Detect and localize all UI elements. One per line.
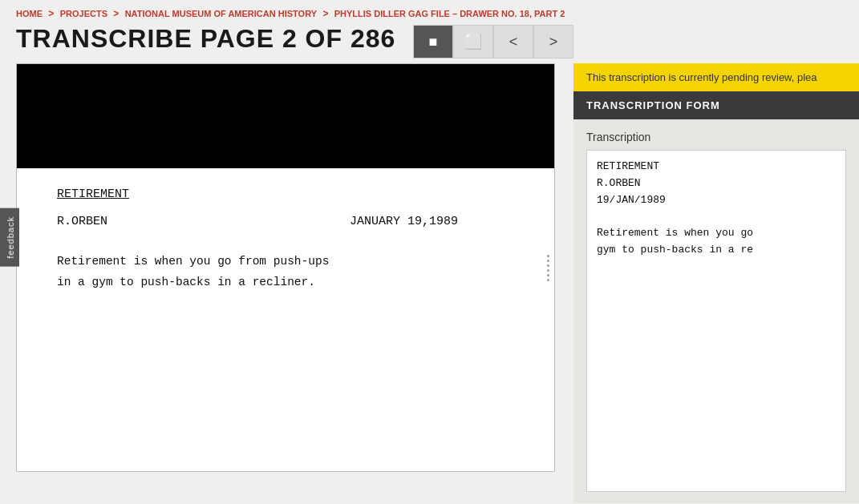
- document-date: JANUARY 19,1989: [350, 212, 458, 232]
- document-title: RETIREMENT: [57, 184, 522, 205]
- document-body: Retirement is when you go from push-ups …: [57, 251, 522, 292]
- viewer-toolbar: ■ ⬜ < >: [413, 25, 573, 58]
- view-mode-btn-2[interactable]: ⬜: [453, 25, 493, 58]
- nav-next-btn[interactable]: >: [533, 25, 573, 58]
- breadcrumb-sep-1: >: [48, 8, 56, 19]
- transcription-label: Transcription: [586, 131, 846, 143]
- breadcrumb-sep-2: >: [113, 8, 121, 19]
- breadcrumb-sep-3: >: [322, 8, 330, 19]
- form-body: Transcription RETIREMENT R.ORBEN 19/JAN/…: [573, 119, 859, 503]
- breadcrumb-museum[interactable]: NATIONAL MUSEUM OF AMERICAN HISTORY: [125, 9, 317, 18]
- right-panel: This transcription is currently pending …: [573, 63, 859, 503]
- chevron-right-icon: >: [549, 34, 558, 50]
- transcription-textarea[interactable]: RETIREMENT R.ORBEN 19/JAN/1989 Retiremen…: [586, 150, 846, 492]
- breadcrumb-home[interactable]: HOME: [16, 9, 43, 18]
- pending-review-text: This transcription is currently pending …: [586, 71, 817, 83]
- chevron-left-icon: <: [509, 34, 518, 50]
- transcription-form: TRANSCRIPTION FORM Transcription RETIREM…: [573, 91, 859, 503]
- document-frame: RETIREMENT R.ORBEN JANUARY 19,1989 Retir…: [16, 63, 555, 472]
- breadcrumb-project[interactable]: PHYLLIS DILLER GAG FILE – DRAWER NO. 18,…: [334, 9, 565, 18]
- main-layout: ■ ⬜ < > RETIREMENT R.ORBEN JANUARY 19,19…: [0, 63, 859, 503]
- view-split-icon: ⬜: [464, 33, 482, 50]
- document-author-date: R.ORBEN JANUARY 19,1989: [57, 212, 522, 232]
- document-image-top: [17, 64, 554, 168]
- feedback-tab[interactable]: feedback: [0, 208, 19, 267]
- view-single-icon: ■: [429, 34, 438, 50]
- document-body-line1: Retirement is when you go from push-ups: [57, 251, 522, 272]
- feedback-label: feedback: [6, 216, 15, 259]
- panel-resize-handle[interactable]: [541, 244, 554, 292]
- document-body-line2: in a gym to push-backs in a recliner.: [57, 272, 522, 292]
- breadcrumb-projects[interactable]: PROJECTS: [60, 9, 107, 18]
- document-content: RETIREMENT R.ORBEN JANUARY 19,1989 Retir…: [17, 168, 554, 308]
- document-author: R.ORBEN: [57, 212, 107, 232]
- breadcrumb: HOME > PROJECTS > NATIONAL MUSEUM OF AME…: [0, 0, 859, 22]
- view-mode-btn-1[interactable]: ■: [413, 25, 453, 58]
- pending-review-banner: This transcription is currently pending …: [573, 63, 859, 91]
- nav-prev-btn[interactable]: <: [493, 25, 533, 58]
- form-header: TRANSCRIPTION FORM: [573, 91, 859, 119]
